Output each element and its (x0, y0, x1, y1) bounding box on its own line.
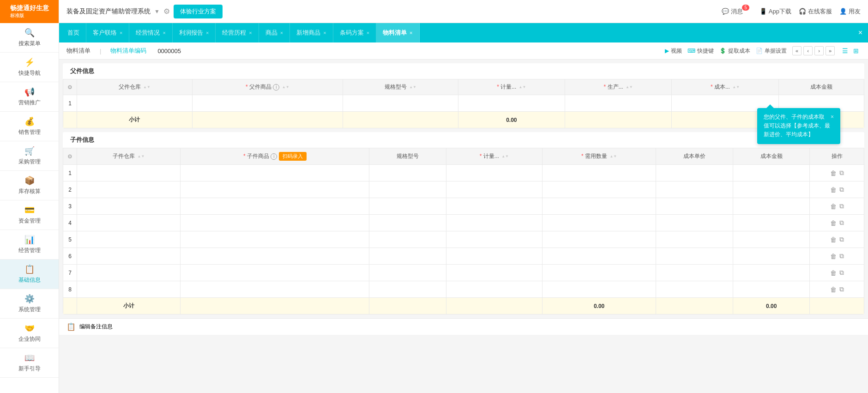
child-row-4-unitprice[interactable] (656, 215, 733, 231)
child-qty-sort[interactable]: ▲▼ (609, 155, 617, 158)
tab-bom[interactable]: 物料清单 × (376, 23, 419, 42)
tab-profit-close[interactable]: × (206, 30, 209, 36)
child-row-1-unit[interactable] (446, 165, 542, 181)
tab-history[interactable]: 经营历程 × (216, 23, 259, 42)
child-row-8-amount[interactable] (733, 281, 810, 298)
list-view-icon[interactable]: ☰ (840, 46, 850, 55)
child-row-3-goods[interactable] (181, 198, 369, 215)
child-row-6-qty[interactable] (542, 248, 656, 265)
child-row-6-warehouse[interactable] (77, 248, 181, 265)
child-row-6-copy-icon[interactable]: ⧉ (839, 252, 844, 260)
sidebar-item-search[interactable]: 🔍 搜索菜单 (0, 23, 59, 53)
child-row-5-unitprice[interactable] (656, 231, 733, 248)
child-row-7-copy-icon[interactable]: ⧉ (839, 269, 844, 277)
close-all-tabs-button[interactable]: × (855, 29, 866, 37)
unit-sort[interactable]: ▲▼ (519, 85, 526, 89)
child-row-6-unit[interactable] (446, 248, 542, 265)
child-row-1-unitprice[interactable] (656, 165, 733, 181)
child-row-2-delete-icon[interactable]: 🗑 (830, 186, 837, 193)
child-row-8-qty[interactable] (542, 281, 656, 298)
child-row-5-delete-icon[interactable]: 🗑 (830, 236, 837, 243)
sidebar-item-finance[interactable]: 💳 资金管理 (0, 200, 59, 230)
grid-view-icon[interactable]: ⊞ (851, 46, 861, 55)
child-row-2-qty[interactable] (542, 181, 656, 198)
tab-goods[interactable]: 商品 × (259, 23, 290, 42)
sidebar-item-quicknav[interactable]: ⚡ 快捷导航 (0, 53, 59, 82)
app-download-button[interactable]: 📱 App下载 (760, 7, 791, 16)
child-row-8-delete-icon[interactable]: 🗑 (830, 286, 837, 293)
child-row-5-warehouse[interactable] (77, 231, 181, 248)
child-row-1-qty[interactable] (542, 165, 656, 181)
child-row-3-spec[interactable] (369, 198, 446, 215)
child-row-4-qty[interactable] (542, 215, 656, 231)
child-unit-sort[interactable]: ▲▼ (501, 155, 509, 158)
parent-col-settings[interactable]: ⚙ (63, 79, 77, 95)
child-row-2-goods[interactable] (181, 181, 369, 198)
child-row-7-unit[interactable] (446, 265, 542, 281)
parent-row-1-warehouse[interactable] (77, 95, 193, 112)
sidebar-item-basicinfo[interactable]: 📋 基础信息 (0, 260, 59, 289)
parent-row-1-produce[interactable] (565, 95, 672, 112)
child-row-8-copy-icon[interactable]: ⧉ (839, 285, 844, 293)
child-row-2-amount[interactable] (733, 181, 810, 198)
child-row-8-spec[interactable] (369, 281, 446, 298)
child-row-4-delete-icon[interactable]: 🗑 (830, 219, 837, 227)
child-row-3-unit[interactable] (446, 198, 542, 215)
child-row-4-goods[interactable] (181, 215, 369, 231)
view-video-button[interactable]: ▶ 视频 (665, 47, 682, 55)
child-row-5-spec[interactable] (369, 231, 446, 248)
child-row-4-amount[interactable] (733, 215, 810, 231)
dropdown-arrow-icon[interactable]: ▼ (154, 8, 160, 15)
tab-customer-close[interactable]: × (120, 30, 122, 36)
child-row-1-delete-icon[interactable]: 🗑 (830, 169, 837, 177)
child-row-1-warehouse[interactable] (77, 165, 181, 181)
child-row-3-warehouse[interactable] (77, 198, 181, 215)
child-row-7-goods[interactable] (181, 265, 369, 281)
child-row-6-amount[interactable] (733, 248, 810, 265)
child-row-1-spec[interactable] (369, 165, 446, 181)
child-row-4-spec[interactable] (369, 215, 446, 231)
nav-next-button[interactable]: › (814, 46, 824, 55)
child-row-2-spec[interactable] (369, 181, 446, 198)
nav-first-button[interactable]: « (792, 46, 802, 55)
child-goods-info-icon[interactable]: i (271, 153, 277, 160)
child-row-4-copy-icon[interactable]: ⧉ (839, 219, 844, 227)
nav-last-button[interactable]: » (826, 46, 835, 55)
child-row-7-amount[interactable] (733, 265, 810, 281)
parent-goods-info-icon[interactable]: i (273, 84, 279, 91)
child-row-6-delete-icon[interactable]: 🗑 (830, 253, 837, 260)
tab-bom-close[interactable]: × (410, 30, 412, 36)
tab-barcode-close[interactable]: × (367, 30, 369, 36)
tab-home[interactable]: 首页 (61, 23, 86, 42)
online-service-button[interactable]: 🎧 在线客服 (799, 7, 832, 16)
breadcrumb-bom[interactable]: 物料清单 (66, 47, 90, 55)
tab-history-close[interactable]: × (249, 30, 252, 36)
doc-settings-button[interactable]: 📄 单据设置 (756, 47, 787, 55)
breadcrumb-bom-code[interactable]: 物料清单编码 (110, 47, 146, 55)
tab-operation-close[interactable]: × (163, 30, 165, 36)
sidebar-item-marketing[interactable]: 📢 营销推广 (0, 82, 59, 112)
cost-sort[interactable]: ▲▼ (732, 85, 740, 89)
trial-button[interactable]: 体验行业方案 (174, 5, 223, 18)
child-row-6-goods[interactable] (181, 248, 369, 265)
goods-sort[interactable]: ▲▼ (282, 85, 289, 89)
child-row-7-qty[interactable] (542, 265, 656, 281)
sidebar-item-guide[interactable]: 📖 新手引导 (0, 348, 59, 378)
message-button[interactable]: 💬 消息 5 (722, 7, 752, 16)
child-row-3-amount[interactable] (733, 198, 810, 215)
settings-icon[interactable]: ⚙ (163, 7, 170, 16)
child-row-2-unit[interactable] (446, 181, 542, 198)
child-row-5-amount[interactable] (733, 231, 810, 248)
tab-profit[interactable]: 利润报告 × (173, 23, 216, 42)
spec-sort[interactable]: ▲▼ (409, 85, 416, 89)
parent-row-1-unit[interactable] (458, 95, 565, 112)
child-row-7-warehouse[interactable] (77, 265, 181, 281)
sidebar-item-inventory[interactable]: 📦 库存核算 (0, 171, 59, 200)
child-warehouse-sort[interactable]: ▲▼ (137, 155, 145, 158)
child-row-6-unitprice[interactable] (656, 248, 733, 265)
child-row-2-unitprice[interactable] (656, 181, 733, 198)
nav-prev-button[interactable]: ‹ (803, 46, 813, 55)
sidebar-item-sales[interactable]: 💰 销售管理 (0, 112, 59, 141)
warehouse-sort[interactable]: ▲▼ (143, 85, 151, 89)
child-row-5-goods[interactable] (181, 231, 369, 248)
